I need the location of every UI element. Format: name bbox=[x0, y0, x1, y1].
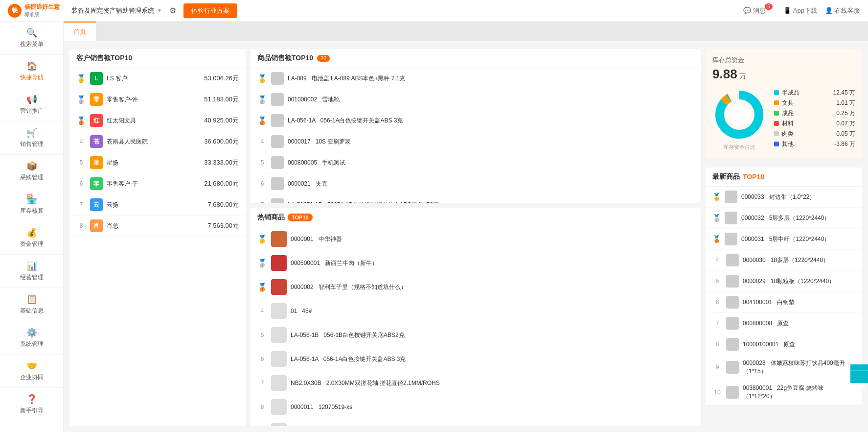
newest-product-info: 10000100001 原查 bbox=[743, 340, 855, 349]
legend-value: 12.45 万 bbox=[833, 89, 855, 97]
hot-product-code: 01 45# bbox=[291, 308, 694, 314]
sidebar-item-inventory[interactable]: 🏪 库存核算 bbox=[0, 188, 63, 221]
rank-amount: 7,563.00元 bbox=[207, 221, 239, 230]
rank-name: LS 客户 bbox=[107, 74, 200, 83]
hot-product-img bbox=[271, 231, 287, 247]
logo-text-group: 畅捷通好生意 标准版 bbox=[24, 3, 60, 18]
rank-avatar: 零 bbox=[90, 93, 103, 106]
customer-rank-item: 🥉 红 红太阳文具 40,925.00元 bbox=[69, 110, 246, 131]
float-service-btn-3[interactable]: 直播 bbox=[850, 377, 868, 383]
float-service-btn-1[interactable]: 客服热线 bbox=[850, 364, 868, 371]
top-selling-mid-item: 7 LA-59651-1B 59651-1B旋转投影灯电池盒ABS黑色+58克 bbox=[251, 194, 701, 203]
newest-rank-number: 8 bbox=[712, 341, 722, 348]
app-download-item[interactable]: 📱 App下载 bbox=[783, 6, 817, 15]
sidebar-label-purchase: 采购管理 bbox=[20, 173, 44, 182]
ts-product-info: 0000017 10S 变刷罗浆 bbox=[288, 138, 694, 146]
sidebar-item-marketing[interactable]: 📢 营销推广 bbox=[0, 88, 63, 121]
trial-btn[interactable]: 体验行业方案 bbox=[183, 3, 237, 18]
ts-rank-number: 6 bbox=[257, 180, 267, 187]
hot-product-img bbox=[271, 327, 287, 343]
rank-avatar: 星 bbox=[90, 156, 103, 169]
sidebar-label-search: 搜索菜单 bbox=[20, 40, 44, 48]
newest-product-info: 0000030 18多层（1220*2440） bbox=[743, 256, 855, 264]
newest-product-img bbox=[726, 317, 739, 330]
rank-medal-icon: 🥇 bbox=[76, 74, 86, 83]
float-service-btn-2[interactable]: 服务社区 bbox=[850, 371, 868, 377]
sidebar-label-base: 基础信息 bbox=[20, 307, 44, 315]
hot-product-item: 8 0000011 12070519-xs bbox=[251, 395, 701, 419]
sidebar-item-operation[interactable]: 📊 经营管理 bbox=[0, 255, 63, 288]
logo-main-text: 畅捷通好生意 bbox=[24, 3, 60, 11]
system-selector[interactable]: 装备及固定资产辅助管理系统 ▼ bbox=[71, 6, 162, 15]
sidebar-item-system[interactable]: ⚙️ 系统管理 bbox=[0, 321, 63, 355]
newest-product-img bbox=[726, 338, 739, 351]
hot-rank-number: 6 bbox=[257, 356, 267, 362]
topbar: 畅 畅捷通好生意 标准版 装备及固定资产辅助管理系统 ▼ ⚙ 体验行业方案 💬 … bbox=[0, 0, 868, 22]
sidebar-item-quick[interactable]: 🏠 快捷导航 bbox=[0, 55, 63, 88]
hot-rank-number: 8 bbox=[257, 404, 267, 410]
newest-product-info: 0000029 18颗粒板（1220*2440） bbox=[743, 277, 855, 286]
message-item[interactable]: 💬 消息 6 bbox=[743, 6, 776, 15]
newest-product-info: 0000028 体嫩荔枝味苏打饮品400毫升（1*15） bbox=[743, 359, 855, 376]
sidebar-item-base[interactable]: 📋 基础信息 bbox=[0, 288, 63, 321]
nav-tabs: 首页 bbox=[64, 22, 868, 41]
rank-amount: 40,925.00元 bbox=[204, 116, 239, 125]
hot-product-code: 0000011 12070519-xs bbox=[291, 404, 694, 410]
newest-product-item: 🥈 0000032 5层多层（1220*2440） bbox=[706, 208, 862, 229]
newest-product-img bbox=[726, 386, 739, 399]
rank-name: 零售客户-于 bbox=[107, 180, 200, 188]
topbar-right: 💬 消息 6 📱 App下载 👤 在线客服 bbox=[743, 6, 860, 15]
legend-dot bbox=[774, 142, 779, 146]
online-service-item[interactable]: 👤 在线客服 bbox=[825, 6, 860, 15]
top-selling-mid-item: 🥉 LA-056-1A 056-1A白色按键开关盖ABS 3克 bbox=[251, 110, 701, 131]
newest-product-item: 🥉 0000031 5层中纤（1220*2440） bbox=[706, 229, 862, 250]
legend-value: -0.05 万 bbox=[834, 130, 855, 138]
customer-rank-item: 🥇 L LS 客户 53,006.26元 bbox=[69, 68, 246, 89]
rank-number: 7 bbox=[76, 201, 86, 208]
rank-name: 苍南县人民医院 bbox=[107, 138, 200, 146]
customer-rank-item: 8 肖 肖总 7,563.00元 bbox=[69, 216, 246, 237]
newest-product-item: 4 0000030 18多层（1220*2440） bbox=[706, 250, 862, 271]
settings-icon[interactable]: ⚙ bbox=[166, 4, 180, 18]
middle-column: 商品销售额TOP10 22 🥇 LA-089 电池盖 LA-089 ABS本色+… bbox=[251, 49, 701, 426]
customer-rank-item: 7 云 云扬 7,680.00元 bbox=[69, 194, 246, 216]
hot-products-badge: TOP10 bbox=[288, 214, 313, 221]
hot-products-title: 热销商品 bbox=[257, 213, 285, 222]
newest-top-label: TOP10 bbox=[743, 173, 764, 181]
rank-number: 5 bbox=[76, 159, 86, 166]
sidebar-item-purchase[interactable]: 📦 采购管理 bbox=[0, 155, 63, 188]
legend-label-text: 其他 bbox=[782, 140, 831, 148]
ts-rank-number: 7 bbox=[257, 201, 267, 203]
inventory-legend-item: 半成品 12.45 万 bbox=[774, 89, 855, 97]
sidebar-item-search[interactable]: 🔍 搜索菜单 bbox=[0, 22, 63, 55]
sidebar-item-company[interactable]: 🤝 企业协同 bbox=[0, 355, 63, 388]
rank-name: 星扬 bbox=[107, 159, 200, 167]
purchase-icon: 📦 bbox=[26, 161, 37, 171]
rank-medal-icon: 🥈 bbox=[76, 95, 86, 104]
hot-product-info: NB2.0X30B 2.0X30MM双搓花轴,搓花直径2.1MM/ROHS bbox=[291, 379, 694, 387]
sidebar-item-sales[interactable]: 🛒 销售管理 bbox=[0, 121, 63, 155]
top-selling-mid-item: 🥈 001000002 雪地靴 bbox=[251, 89, 701, 110]
inventory-legend-item: 其他 -3.86 万 bbox=[774, 140, 855, 148]
rank-avatar: L bbox=[90, 72, 103, 85]
main-content: 客户销售额TOP10 🥇 L LS 客户 53,006.26元 🥈 零 零售客户… bbox=[64, 43, 868, 432]
system-icon: ⚙️ bbox=[26, 327, 37, 338]
hot-product-info: 01 45# bbox=[291, 308, 694, 314]
newest-medal-icon: 🥇 bbox=[712, 193, 721, 201]
legend-dot bbox=[774, 121, 779, 126]
tab-home[interactable]: 首页 bbox=[64, 22, 96, 41]
sidebar-item-finance[interactable]: 💰 资金管理 bbox=[0, 221, 63, 255]
hot-medal-icon: 🥇 bbox=[257, 235, 267, 244]
rank-amount: 53,006.26元 bbox=[204, 74, 239, 83]
sidebar-item-guide[interactable]: ❓ 新手引导 bbox=[0, 388, 63, 421]
newest-products-list: 🥇 0000033 封边带（1.0*22） 🥈 0000032 5层多层（122… bbox=[706, 187, 862, 405]
legend-label-text: 文具 bbox=[782, 99, 833, 107]
ts-product-img bbox=[271, 156, 284, 169]
hot-product-info: LA-056-1B 056-1B白色按键开关底ABS2克 bbox=[291, 331, 694, 339]
newest-product-info: 004100001 白钢垫 bbox=[743, 298, 855, 307]
newest-rank-number: 4 bbox=[712, 257, 722, 264]
sidebar-label-quick: 快捷导航 bbox=[20, 73, 44, 82]
newest-title: 最新商品 bbox=[712, 172, 740, 181]
ts-product-img bbox=[271, 177, 284, 190]
newest-medal-icon: 🥈 bbox=[712, 214, 721, 222]
